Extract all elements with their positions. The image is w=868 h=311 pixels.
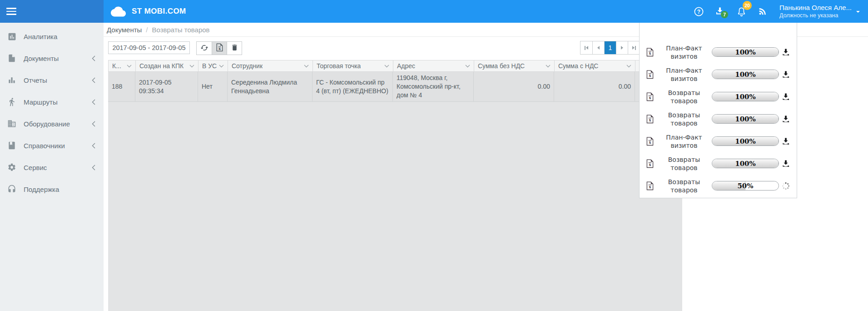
excel-file-icon: x: [644, 159, 656, 168]
column-header-code[interactable]: К...: [109, 60, 136, 71]
progress-percent: 100%: [712, 70, 779, 79]
sort-chevron-icon: [127, 65, 132, 68]
download-file-button[interactable]: [781, 115, 790, 123]
notifications-button[interactable]: 20: [735, 5, 747, 17]
sort-chevron-icon: [546, 65, 551, 68]
analytics-icon: [7, 31, 17, 41]
svg-text:x: x: [218, 46, 221, 51]
breadcrumb-documents[interactable]: Документы: [107, 26, 142, 34]
column-header-address[interactable]: Адрес: [393, 60, 474, 71]
table-cell: 0.00: [474, 72, 554, 101]
column-header-in-us[interactable]: В УС: [198, 60, 228, 71]
progress-percent: 100%: [712, 137, 779, 145]
svg-text:?: ?: [697, 8, 700, 15]
pager-next-button[interactable]: [616, 41, 628, 54]
sidebar-nav: Аналитика Документы Отчеты Маршруты Обор…: [0, 23, 104, 311]
prev-page-icon: [597, 46, 600, 50]
collapse-chevron-icon: [92, 165, 95, 171]
header-actions: ? 7 20 Панькина Олеся Але... Должность н…: [683, 4, 868, 19]
user-menu[interactable]: Панькина Олеся Але... Должность не указа…: [779, 4, 852, 19]
download-item: x План-Факт визитов 100%: [640, 41, 797, 63]
grid-toolbar: x: [196, 41, 242, 55]
service-icon: [7, 162, 17, 172]
column-header-outlet[interactable]: Торговая точка: [313, 60, 393, 71]
download-item: x План-Факт визитов 100%: [640, 63, 797, 85]
export-excel-button[interactable]: x: [212, 42, 227, 55]
progress-bar: 100%: [712, 136, 779, 146]
references-icon: [7, 140, 17, 150]
export-excel-icon: x: [216, 43, 223, 53]
download-file-button[interactable]: [781, 159, 790, 168]
excel-file-icon: x: [644, 115, 656, 124]
rss-button[interactable]: [757, 5, 769, 17]
brand: ST MOBI.COM: [111, 6, 186, 17]
column-header-employee[interactable]: Сотрудник: [228, 60, 313, 71]
column-header-created-on-kpk[interactable]: Создан на КПК: [136, 60, 198, 71]
column-header-sum-without-vat[interactable]: Сумма без НДС: [474, 60, 555, 71]
help-icon: ?: [694, 6, 704, 17]
sort-chevron-icon: [189, 65, 194, 68]
download-item: x Возвраты товаров 50%: [640, 175, 797, 197]
pager-last-button[interactable]: [628, 41, 640, 54]
download-file-button[interactable]: [781, 70, 790, 79]
progress-bar: 100%: [712, 70, 779, 79]
notifications-badge: 20: [743, 1, 752, 10]
brand-title: ST MOBI.COM: [132, 7, 186, 16]
progress-bar: 100%: [712, 92, 779, 101]
download-item: x Возвраты товаров 100%: [640, 108, 797, 130]
routes-icon: [7, 97, 17, 107]
sidebar-item-routes[interactable]: Маршруты: [0, 91, 104, 113]
pager-page-1-button[interactable]: 1: [604, 41, 616, 54]
download-item: x Возвраты товаров 100%: [640, 85, 797, 108]
sort-chevron-icon: [219, 65, 224, 68]
help-button[interactable]: ?: [693, 5, 704, 17]
pager-prev-button[interactable]: [592, 41, 604, 54]
menu-toggle-button[interactable]: [6, 6, 17, 17]
pagination: 1: [580, 41, 640, 55]
table-cell: 2017-09-05 09:35:34: [135, 72, 198, 101]
download-file-button[interactable]: [781, 48, 790, 56]
date-range-input[interactable]: [108, 41, 190, 54]
sidebar-item-documents[interactable]: Документы: [0, 47, 104, 69]
loading-spinner-icon: [782, 182, 790, 190]
sidebar-item-analytics[interactable]: Аналитика: [0, 25, 104, 47]
sort-chevron-icon: [304, 65, 309, 68]
pager-first-button[interactable]: [580, 41, 592, 54]
table-cell: 119048, Москва г, Комсомольский пр-кт, д…: [393, 72, 474, 101]
table-cell: Середенина Людмила Геннадьевна: [228, 72, 312, 101]
sidebar-item-references[interactable]: Справочники: [0, 135, 104, 156]
sidebar-item-reports[interactable]: Отчеты: [0, 69, 104, 91]
sidebar-item-equipment[interactable]: Оборудование: [0, 113, 104, 135]
download-file-button[interactable]: [781, 92, 790, 101]
progress-percent: 100%: [712, 159, 779, 168]
download-file-button[interactable]: [781, 137, 790, 145]
column-header-sum-with-vat[interactable]: Сумма с НДС: [555, 60, 635, 71]
sidebar-header: [0, 0, 104, 23]
returns-grid: К... Создан на КПК В УС Сотрудник: [108, 60, 682, 311]
user-role: Должность не указана: [779, 12, 852, 20]
progress-bar: 50%: [712, 181, 779, 191]
progress-bar: 100%: [712, 159, 779, 168]
sidebar-item-service[interactable]: Сервис: [0, 156, 104, 178]
equipment-icon: [7, 119, 17, 129]
sidebar-item-support[interactable]: Поддержка: [0, 178, 104, 200]
progress-bar: 100%: [712, 47, 779, 57]
refresh-button[interactable]: [197, 42, 212, 55]
reports-icon: [7, 75, 17, 85]
delete-icon: [231, 44, 238, 53]
progress-percent: 50%: [712, 181, 779, 190]
download-item: x Возвраты товаров 100%: [640, 152, 797, 175]
progress-bar: 100%: [712, 114, 779, 124]
table-row[interactable]: 188 2017-09-05 09:35:34 Нет Середенина Л…: [108, 72, 682, 102]
sort-chevron-icon: [626, 65, 631, 68]
excel-file-icon: x: [644, 92, 656, 101]
support-icon: [7, 184, 17, 194]
excel-file-icon: x: [644, 70, 656, 79]
breadcrumb-current: Возвраты товаров: [152, 26, 210, 34]
delete-button[interactable]: [227, 42, 242, 55]
downloads-button[interactable]: 7: [714, 5, 726, 17]
collapse-chevron-icon: [92, 77, 95, 83]
sort-chevron-icon: [465, 65, 470, 68]
download-item: x План-Факт визитов 100%: [640, 130, 797, 152]
user-caret-icon: [856, 11, 860, 15]
